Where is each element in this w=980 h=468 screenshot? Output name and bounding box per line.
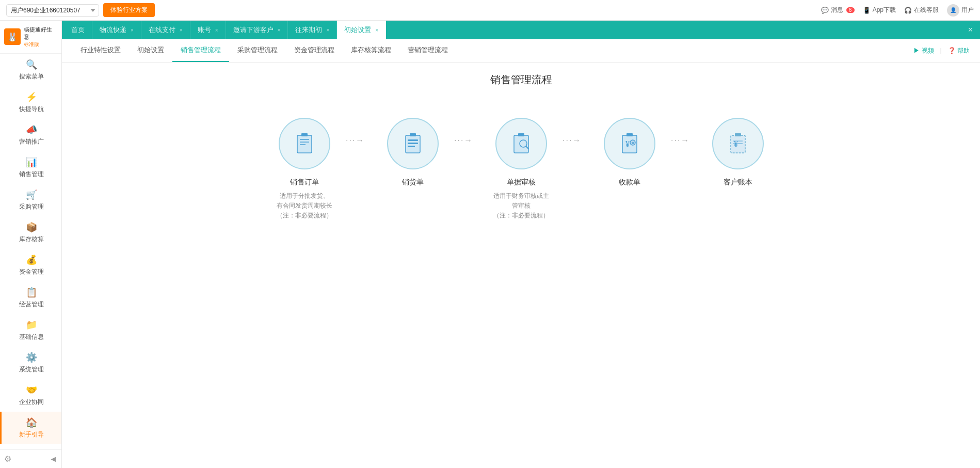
tab-payment[interactable]: 在线支付 × [141, 21, 190, 39]
sidebar-item-operations-mgmt[interactable]: 📋 经营管理 [0, 282, 61, 314]
sub-tab-init-settings-label: 初始设置 [137, 46, 164, 54]
sidebar-item-label: 搜索菜单 [19, 72, 44, 81]
sub-tab-purchase-flow[interactable]: 采购管理流程 [229, 39, 286, 62]
main-content: 行业特性设置 初始设置 销售管理流程 采购管理流程 资金管理流程 库存核算流程 … [62, 39, 980, 468]
online-service-item[interactable]: 🎧 在线客服 [904, 6, 939, 14]
sidebar-item-system-mgmt[interactable]: ⚙️ 系统管理 [0, 347, 61, 379]
sidebar-item-label: 经营管理 [19, 300, 44, 309]
avatar: 👤 [947, 4, 959, 17]
order-icon [293, 132, 316, 155]
svg-text:···→: ···→ [346, 136, 365, 145]
sub-tab-purchase-flow-label: 采购管理流程 [237, 46, 278, 54]
flow-circle-sales-order[interactable] [279, 118, 330, 169]
tab-account-label: 账号 [198, 25, 211, 35]
flow-step-name-sales-invoice: 销货单 [402, 178, 424, 187]
sub-tab-inventory-flow-label: 库存核算流程 [351, 46, 391, 54]
sidebar-item-label: 营销推广 [19, 137, 44, 146]
svg-rect-7 [408, 139, 418, 141]
flow-step-desc-sales-order: 适用于分批发货、有合同发货周期较长（注：非必要流程） [277, 191, 332, 221]
app-download-item[interactable]: 📱 App下载 [863, 6, 896, 14]
help-link[interactable]: ❓ 帮助 [948, 46, 970, 55]
svg-rect-4 [301, 133, 308, 136]
tab-logistics-close[interactable]: × [131, 27, 134, 33]
box-icon: 📦 [26, 222, 37, 233]
logo-text: 畅捷通好生意 [24, 26, 57, 41]
flow-circle-customer-ledger[interactable]: ¥ [712, 118, 764, 169]
tab-init-close[interactable]: × [375, 27, 378, 33]
sidebar-item-basic-info[interactable]: 📁 基础信息 [0, 314, 61, 347]
tab-payment-close[interactable]: × [180, 27, 183, 33]
sidebar-item-search[interactable]: 🔍 搜索菜单 [0, 54, 61, 86]
flow-arrow-2: ···→ [454, 118, 480, 146]
sidebar-item-enterprise-coop[interactable]: 🤝 企业协同 [0, 379, 61, 412]
sidebar-item-label: 新手引导 [19, 430, 44, 439]
video-label: 视频 [922, 47, 934, 54]
arrow-icon-2: ···→ [454, 136, 480, 146]
svg-rect-23 [731, 135, 745, 153]
svg-text:¥: ¥ [625, 139, 630, 148]
flow-step-desc-review: 适用于财务审核或主管审核（注：非必要流程） [493, 191, 549, 221]
flow-circle-review[interactable] [495, 118, 547, 169]
collapse-icon[interactable]: ◄ [49, 455, 57, 464]
svg-rect-12 [514, 135, 528, 153]
divider: | [940, 47, 942, 54]
nav-tabs-close-btn[interactable]: × [963, 25, 978, 35]
nav-tabs: 首页 物流快递 × 在线支付 × 账号 × 邀请下游客户 × 往来期初 × 初始… [62, 21, 980, 39]
sidebar-item-capital-mgmt[interactable]: 💰 资金管理 [0, 249, 61, 282]
svg-rect-15 [518, 133, 524, 136]
flow-arrow-4: ···→ [671, 118, 697, 146]
top-bar: 用户690企业1660120507 体验行业方案 💬 消息 6 📱 App下载 … [0, 0, 980, 21]
sub-tab-marketing-flow-label: 营销管理流程 [408, 46, 448, 54]
tab-home-label: 首页 [71, 25, 85, 35]
sidebar-item-inventory[interactable]: 📦 库存核算 [0, 216, 61, 249]
video-link[interactable]: ▶ 视频 [913, 46, 934, 55]
sub-tab-marketing-flow[interactable]: 营销管理流程 [399, 39, 456, 62]
tab-invite-close[interactable]: × [278, 27, 281, 33]
help-label: 帮助 [957, 47, 970, 54]
settings-bottom-icon[interactable]: ⚙ [4, 454, 11, 464]
sub-tab-sales-flow[interactable]: 销售管理流程 [172, 39, 229, 62]
tab-home[interactable]: 首页 [64, 21, 92, 39]
handshake-icon: 🤝 [26, 384, 37, 396]
flow-step-customer-ledger: ¥ 客户账本 [697, 118, 779, 191]
sub-tab-inventory-flow[interactable]: 库存核算流程 [343, 39, 399, 62]
flow-step-review: 单据审核 适用于财务审核或主管审核（注：非必要流程） [480, 118, 563, 221]
tab-account[interactable]: 账号 × [190, 21, 226, 39]
sidebar-item-quick-nav[interactable]: ⚡ 快捷导航 [0, 86, 61, 119]
logo-edition: 标准版 [24, 41, 57, 48]
sidebar-item-sales-mgmt[interactable]: 📊 销售管理 [0, 151, 61, 184]
sidebar-item-new-guide[interactable]: 🏠 新手引导 [0, 412, 61, 444]
tab-logistics[interactable]: 物流快递 × [92, 21, 141, 39]
sidebar-item-label: 企业协同 [19, 398, 44, 407]
experience-btn[interactable]: 体验行业方案 [103, 3, 155, 17]
tab-init[interactable]: 初始设置 × [337, 21, 386, 39]
tab-invite[interactable]: 邀请下游客户 × [226, 21, 288, 39]
sidebar-item-marketing-promo[interactable]: 📣 营销推广 [0, 119, 61, 151]
tab-period-close[interactable]: × [326, 27, 329, 33]
sub-tab-capital-flow[interactable]: 资金管理流程 [286, 39, 343, 62]
sidebar-menu: 🔍 搜索菜单 ⚡ 快捷导航 📣 营销推广 📊 销售管理 🛒 采购管理 📦 库存核… [0, 54, 61, 449]
sidebar-item-purchase-mgmt[interactable]: 🛒 采购管理 [0, 184, 61, 216]
message-item[interactable]: 💬 消息 6 [821, 6, 855, 14]
home-icon: 🏠 [26, 417, 37, 428]
search-icon: 🔍 [26, 59, 37, 70]
flow-circle-receipt[interactable]: ¥ ★ [604, 118, 655, 169]
sub-tab-init-settings[interactable]: 初始设置 [129, 39, 172, 62]
megaphone-icon: 📣 [26, 124, 37, 135]
flow-circle-sales-invoice[interactable] [387, 118, 439, 169]
flow-diagram: 销售订单 适用于分批发货、有合同发货周期较长（注：非必要流程） ···→ [83, 107, 959, 231]
page-title: 销售管理流程 [83, 73, 959, 87]
ledger-icon: ¥ [727, 132, 749, 155]
sub-tab-sales-flow-label: 销售管理流程 [181, 46, 221, 54]
sidebar-item-app-center[interactable]: 📱 应用中心 [0, 444, 61, 449]
flow-step-name-sales-order: 销售订单 [290, 178, 319, 187]
tab-period[interactable]: 往来期初 × [288, 21, 337, 39]
sidebar-item-label: 系统管理 [19, 365, 44, 374]
logo-icon: 🐰 [4, 28, 21, 45]
user-item[interactable]: 👤 用户 [947, 4, 974, 17]
sub-tab-industry-settings[interactable]: 行业特性设置 [72, 39, 129, 62]
user-selector[interactable]: 用户690企业1660120507 [6, 4, 99, 17]
sidebar-item-label: 资金管理 [19, 268, 44, 276]
tab-account-close[interactable]: × [215, 27, 218, 33]
review-icon [510, 132, 533, 155]
